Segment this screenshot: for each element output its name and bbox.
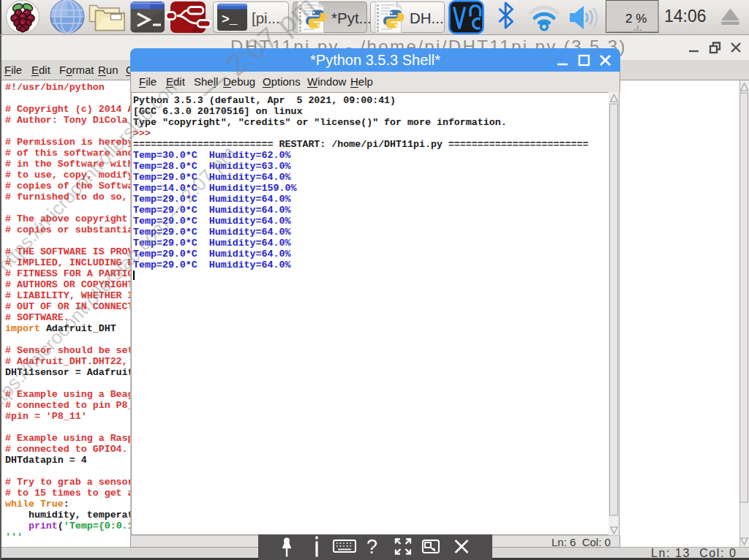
- svg-text:*Pyt...: *Pyt...: [331, 10, 372, 26]
- svg-text:DH...: DH...: [410, 10, 444, 26]
- svg-text:?: ?: [366, 536, 377, 558]
- svg-text:>_: >_: [222, 12, 238, 27]
- svg-text:14:06: 14:06: [664, 7, 707, 26]
- svg-text:2 %: 2 %: [625, 12, 647, 26]
